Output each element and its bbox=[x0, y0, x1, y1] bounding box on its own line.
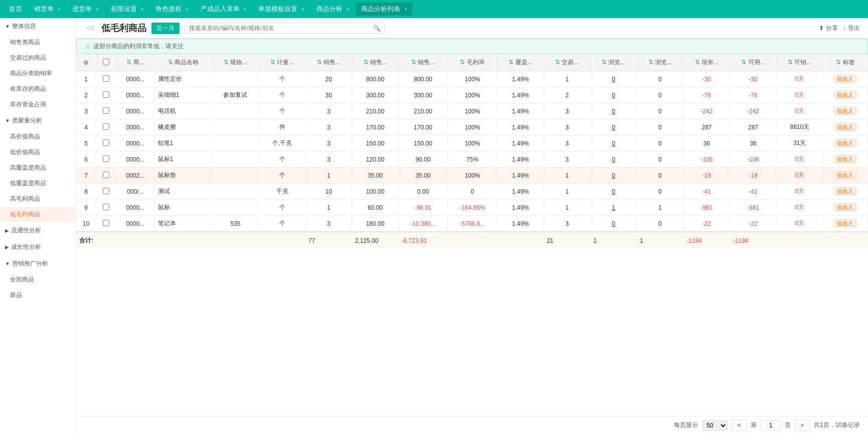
prev-page-button[interactable]: ＜ bbox=[732, 419, 747, 431]
sidebar-item-low-margin[interactable]: 低毛利商品 bbox=[0, 207, 76, 222]
cell-checkbox[interactable] bbox=[96, 152, 116, 168]
col-unit[interactable]: ⇅ 计量... bbox=[259, 54, 305, 71]
sidebar-group-liquidity[interactable]: ▶ 流通性分析 bbox=[0, 222, 76, 239]
cell-name[interactable]: 橡皮擦 bbox=[154, 119, 212, 135]
cell-name[interactable]: 鼠标垫 bbox=[154, 168, 212, 184]
nav-item-sales[interactable]: 销货单 × bbox=[29, 3, 65, 16]
row-checkbox[interactable] bbox=[103, 172, 109, 178]
cell-name[interactable]: 笔记本 bbox=[154, 216, 212, 232]
cell-checkbox[interactable] bbox=[96, 135, 116, 152]
col-spec[interactable]: ⇅ 规格... bbox=[212, 54, 259, 71]
cell-checkbox[interactable] bbox=[96, 200, 116, 216]
nav-item-analysis-list[interactable]: 商品分析列表 × bbox=[356, 3, 412, 16]
sidebar-item-stock-products[interactable]: 有库存的商品 bbox=[0, 81, 76, 97]
nav-item-roles[interactable]: 角色授权 × bbox=[150, 3, 193, 16]
export-button[interactable]: ↓ 导出 bbox=[843, 24, 860, 33]
filter-period-button[interactable]: 近一月 bbox=[151, 23, 180, 34]
sidebar-item-new-products[interactable]: 新品 bbox=[0, 287, 76, 303]
sidebar-item-all-products[interactable]: 全部商品 bbox=[0, 272, 76, 287]
col-sales-price[interactable]: ⇅ 销售... bbox=[352, 54, 399, 71]
sidebar-item-high-value[interactable]: 高价值商品 bbox=[0, 129, 76, 144]
sidebar-group-cluster[interactable]: ▼ 类聚量分析 bbox=[0, 112, 76, 129]
col-name[interactable]: ⇅ 商品名称 bbox=[154, 54, 212, 71]
cell-name[interactable]: 电话机 bbox=[154, 103, 212, 119]
nav-item-purchase[interactable]: 进货单 × bbox=[67, 3, 103, 16]
row-checkbox[interactable] bbox=[103, 220, 109, 226]
col-tag[interactable]: ⇅ 标签 bbox=[823, 54, 867, 71]
nav-item-inventory[interactable]: 产成品入库单 × bbox=[196, 3, 251, 16]
col-settings[interactable]: ⚙ bbox=[76, 54, 96, 71]
col-sales-amount[interactable]: ⇅ 销售... bbox=[399, 54, 448, 71]
col-coverage[interactable]: ⇅ 覆盖... bbox=[497, 54, 544, 71]
cell-checkbox[interactable] bbox=[96, 119, 116, 135]
col-sales-qty[interactable]: ⇅ 销售... bbox=[305, 54, 352, 71]
cell-browse1[interactable]: 1 bbox=[590, 200, 637, 216]
close-icon[interactable]: × bbox=[186, 7, 189, 12]
share-button[interactable]: ⬆ 分享 bbox=[819, 24, 838, 33]
select-all-checkbox[interactable] bbox=[103, 59, 109, 65]
row-checkbox[interactable] bbox=[103, 123, 109, 130]
row-checkbox[interactable] bbox=[103, 139, 109, 146]
cell-checkbox[interactable] bbox=[96, 87, 116, 103]
cell-name[interactable]: 属性定价 bbox=[154, 71, 212, 87]
close-icon[interactable]: × bbox=[346, 7, 349, 12]
sidebar-item-traded-products[interactable]: 交易过的商品 bbox=[0, 50, 76, 66]
search-input[interactable] bbox=[189, 25, 373, 32]
cell-checkbox[interactable] bbox=[96, 184, 116, 200]
close-icon[interactable]: × bbox=[301, 7, 304, 12]
page-number-input[interactable] bbox=[761, 420, 781, 430]
row-checkbox[interactable] bbox=[103, 75, 109, 82]
sidebar-item-low-value[interactable]: 低价值商品 bbox=[0, 144, 76, 160]
sidebar-item-high-coverage[interactable]: 高覆盖度商品 bbox=[0, 160, 76, 176]
cell-browse1[interactable]: 0 bbox=[590, 152, 637, 168]
sidebar-item-sales-products[interactable]: 销售类商品 bbox=[0, 35, 76, 50]
cell-checkbox[interactable] bbox=[96, 216, 116, 232]
sidebar-group-marketing[interactable]: ▼ 营销推广分析 bbox=[0, 255, 76, 272]
sidebar-item-stock-capital[interactable]: 库存资金占用 bbox=[0, 97, 76, 112]
sidebar-group-growth[interactable]: ▶ 成长性分析 bbox=[0, 239, 76, 255]
row-checkbox[interactable] bbox=[103, 188, 109, 194]
sidebar-group-overall[interactable]: ▼ 整体信息 bbox=[0, 18, 76, 35]
sidebar-item-category-rate[interactable]: 商品分类助销率 bbox=[0, 66, 76, 81]
nav-item-home[interactable]: 首页 bbox=[4, 3, 27, 16]
cell-browse1[interactable]: 0 bbox=[590, 216, 637, 232]
cell-name[interactable]: 铅笔1 bbox=[154, 135, 212, 152]
cell-browse1[interactable]: 0 bbox=[590, 71, 637, 87]
cell-checkbox[interactable] bbox=[96, 103, 116, 119]
cell-name[interactable]: 鼠标 bbox=[154, 200, 212, 216]
next-page-button[interactable]: ＞ bbox=[795, 419, 810, 431]
col-code[interactable]: ⇅ 商... bbox=[116, 54, 154, 71]
row-checkbox[interactable] bbox=[103, 156, 109, 162]
col-transaction[interactable]: ⇅ 交易... bbox=[544, 54, 590, 71]
col-available[interactable]: ⇅ 可用... bbox=[730, 54, 777, 71]
cell-checkbox[interactable] bbox=[96, 71, 116, 87]
nav-item-template[interactable]: 单据模板设置 × bbox=[253, 3, 309, 16]
cell-checkbox[interactable] bbox=[96, 168, 116, 184]
sidebar-item-low-coverage[interactable]: 低覆盖度商品 bbox=[0, 176, 76, 191]
nav-item-analysis[interactable]: 商品分析 × bbox=[311, 3, 354, 16]
cell-browse1[interactable]: 0 bbox=[590, 168, 637, 184]
close-icon[interactable]: × bbox=[141, 7, 144, 12]
close-icon[interactable]: × bbox=[404, 7, 407, 12]
cell-browse1[interactable]: 0 bbox=[590, 119, 637, 135]
col-checkbox[interactable] bbox=[96, 54, 116, 71]
page-size-select[interactable]: 50 100 200 bbox=[702, 420, 728, 431]
close-icon[interactable]: × bbox=[58, 7, 61, 12]
row-checkbox[interactable] bbox=[103, 204, 109, 210]
sidebar-item-high-margin[interactable]: 高毛利商品 bbox=[0, 191, 76, 207]
col-saleable[interactable]: ⇅ 可销... bbox=[776, 54, 823, 71]
cell-browse1[interactable]: 0 bbox=[590, 184, 637, 200]
cell-browse1[interactable]: 0 bbox=[590, 87, 637, 103]
collapse-button[interactable]: << bbox=[84, 22, 96, 34]
col-browse1[interactable]: ⇅ 浏览... bbox=[590, 54, 637, 71]
cell-browse1[interactable]: 0 bbox=[590, 103, 637, 119]
close-icon[interactable]: × bbox=[96, 7, 99, 12]
col-current-stock[interactable]: ⇅ 现有... bbox=[683, 54, 730, 71]
row-checkbox[interactable] bbox=[103, 91, 109, 98]
col-browse2[interactable]: ⇅ 浏览... bbox=[637, 54, 683, 71]
cell-name[interactable]: 测试 bbox=[154, 184, 212, 200]
cell-browse1[interactable]: 0 bbox=[590, 135, 637, 152]
col-gross-margin[interactable]: ⇅ 毛利率 bbox=[448, 54, 497, 71]
cell-name[interactable]: 吴细细1 bbox=[154, 87, 212, 103]
nav-item-permissions[interactable]: 权限设置 × bbox=[106, 3, 148, 16]
